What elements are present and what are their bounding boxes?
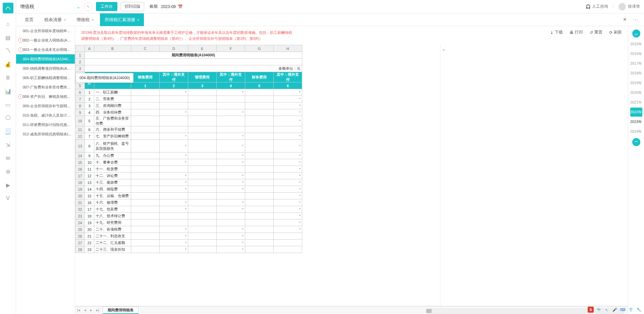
grid-header[interactable]: 其中：境外支付 bbox=[160, 72, 188, 82]
data-cell[interactable] bbox=[131, 233, 160, 240]
grid-subheader[interactable]: 5 bbox=[245, 82, 274, 89]
year-button[interactable]: 2022年 bbox=[630, 108, 642, 117]
ime-sogou-icon[interactable]: S bbox=[588, 307, 594, 313]
data-cell[interactable]: * bbox=[217, 233, 245, 240]
column-header[interactable]: F bbox=[217, 45, 245, 52]
data-cell[interactable] bbox=[188, 233, 217, 240]
data-cell[interactable] bbox=[188, 109, 217, 116]
item-name-cell[interactable]: 二十、各项税费 bbox=[94, 226, 131, 233]
data-cell[interactable] bbox=[131, 173, 160, 179]
data-cell[interactable] bbox=[217, 219, 245, 226]
form-list-item[interactable]: 001-企业所得税年度纳税申... bbox=[16, 26, 75, 36]
form-list-item[interactable]: 010-免税、减计收入及加计... bbox=[16, 111, 75, 120]
data-cell[interactable] bbox=[131, 159, 160, 166]
year-scroll-up-icon[interactable]: ︽ bbox=[632, 29, 640, 38]
data-cell[interactable]: * bbox=[274, 166, 302, 173]
subtab[interactable]: 所得税汇算清缴× bbox=[100, 13, 144, 26]
data-cell[interactable] bbox=[245, 109, 274, 116]
data-cell[interactable]: * bbox=[160, 173, 188, 179]
download-button[interactable]: ⤓下载 bbox=[550, 29, 563, 35]
form-list-item[interactable]: 011-研发费用加计扣除优惠... bbox=[16, 120, 75, 129]
data-cell[interactable] bbox=[131, 152, 160, 159]
data-cell[interactable]: * bbox=[160, 179, 188, 186]
unit-label[interactable]: 金额单位：元 bbox=[85, 65, 302, 72]
reset-button[interactable]: ↺重置 bbox=[590, 29, 602, 35]
form-list-item[interactable]: 005-纳税调整项目明细表(A1... bbox=[16, 64, 75, 73]
data-cell[interactable] bbox=[245, 193, 274, 199]
nav-tax-icon[interactable]: 🧾 bbox=[0, 125, 16, 138]
data-cell[interactable] bbox=[188, 103, 217, 109]
data-cell[interactable] bbox=[188, 173, 217, 179]
data-cell[interactable]: * bbox=[160, 133, 188, 140]
item-name-cell[interactable]: 十、董事会费 bbox=[94, 159, 131, 166]
nav-export-icon[interactable]: ⇲ bbox=[0, 138, 16, 151]
data-cell[interactable] bbox=[245, 186, 274, 193]
data-cell[interactable] bbox=[217, 213, 245, 219]
data-cell[interactable]: * bbox=[160, 159, 188, 166]
data-cell[interactable]: * bbox=[274, 179, 302, 186]
column-header[interactable]: C bbox=[131, 45, 160, 52]
data-cell[interactable]: * bbox=[217, 186, 245, 193]
data-cell[interactable]: * bbox=[160, 152, 188, 159]
nav-form-icon[interactable]: ▭ bbox=[0, 98, 16, 111]
data-cell[interactable]: * bbox=[274, 140, 302, 152]
data-cell[interactable] bbox=[274, 246, 302, 253]
column-header[interactable]: A bbox=[85, 45, 94, 52]
data-cell[interactable] bbox=[131, 199, 160, 206]
year-button[interactable]: 2015年 bbox=[630, 40, 642, 49]
data-cell[interactable]: * bbox=[217, 133, 245, 140]
close-all-tabs-icon[interactable]: × bbox=[620, 16, 629, 23]
ime-lang-icon[interactable]: 中 bbox=[596, 307, 602, 313]
data-cell[interactable]: * bbox=[274, 96, 302, 103]
data-cell[interactable] bbox=[245, 240, 274, 246]
item-name-cell[interactable]: 十七、包装费 bbox=[94, 206, 131, 213]
data-cell[interactable] bbox=[131, 240, 160, 246]
year-button[interactable]: 2019年 bbox=[630, 78, 642, 87]
data-cell[interactable] bbox=[188, 199, 217, 206]
data-cell[interactable]: * bbox=[160, 199, 188, 206]
nav-home-icon[interactable]: ⌂ bbox=[0, 17, 16, 31]
grid-header[interactable]: 其中：境外支付 bbox=[274, 72, 302, 82]
data-cell[interactable] bbox=[245, 233, 274, 240]
main-category-dropdown[interactable]: 增值税 ⌄ bbox=[20, 4, 80, 10]
data-cell[interactable] bbox=[188, 193, 217, 199]
grid-header[interactable]: 销售费用 bbox=[131, 72, 160, 82]
data-cell[interactable] bbox=[131, 186, 160, 193]
data-cell[interactable] bbox=[188, 159, 217, 166]
data-cell[interactable] bbox=[188, 166, 217, 173]
sheet-nav-next-icon[interactable]: ▸ bbox=[88, 308, 94, 312]
form-list-item[interactable]: 008-资产折旧、摊销及纳税... bbox=[16, 92, 75, 101]
item-name-cell[interactable]: 十六、修理费 bbox=[94, 199, 131, 206]
year-button[interactable]: 2017年 bbox=[630, 59, 642, 68]
item-name-cell[interactable]: 四、业务招待费 bbox=[94, 109, 131, 116]
form-list-item[interactable]: 004-期间费用明细表(A1040... bbox=[16, 54, 75, 64]
column-header[interactable]: B bbox=[94, 45, 131, 52]
nav-v-icon[interactable]: V bbox=[0, 192, 16, 205]
form-list-item[interactable]: 006-职工薪酬纳税调整明细... bbox=[16, 73, 75, 82]
sheet-nav-prev-icon[interactable]: ◂ bbox=[82, 308, 88, 312]
grid-subheader[interactable]: 6 bbox=[274, 82, 302, 89]
form-list-item[interactable]: 009-企业所得税弥补亏损明... bbox=[16, 101, 75, 111]
year-button[interactable]: 2023年 bbox=[630, 117, 642, 126]
column-header[interactable]: D bbox=[160, 45, 188, 52]
data-cell[interactable]: * bbox=[217, 240, 245, 246]
nav-screen-icon[interactable]: 🖵 bbox=[0, 111, 16, 125]
data-cell[interactable] bbox=[160, 116, 188, 126]
form-list-item[interactable]: 012-减免所得税优惠明细表(... bbox=[16, 129, 75, 139]
data-cell[interactable]: * bbox=[160, 89, 188, 96]
data-cell[interactable]: * bbox=[217, 246, 245, 253]
data-cell[interactable] bbox=[131, 89, 160, 96]
year-button[interactable]: 2024年 bbox=[630, 127, 642, 136]
year-button[interactable]: 2020年 bbox=[630, 88, 642, 97]
data-cell[interactable] bbox=[245, 159, 274, 166]
data-cell[interactable]: * bbox=[217, 199, 245, 206]
data-cell[interactable] bbox=[217, 166, 245, 173]
item-name-cell[interactable]: 十三、差旅费 bbox=[94, 179, 131, 186]
data-cell[interactable]: * bbox=[160, 206, 188, 213]
grid-header[interactable]: 财务费用 bbox=[245, 72, 274, 82]
data-cell[interactable] bbox=[188, 140, 217, 152]
data-cell[interactable] bbox=[274, 126, 302, 133]
data-cell[interactable] bbox=[188, 226, 217, 233]
data-cell[interactable] bbox=[274, 240, 302, 246]
data-cell[interactable] bbox=[188, 89, 217, 96]
